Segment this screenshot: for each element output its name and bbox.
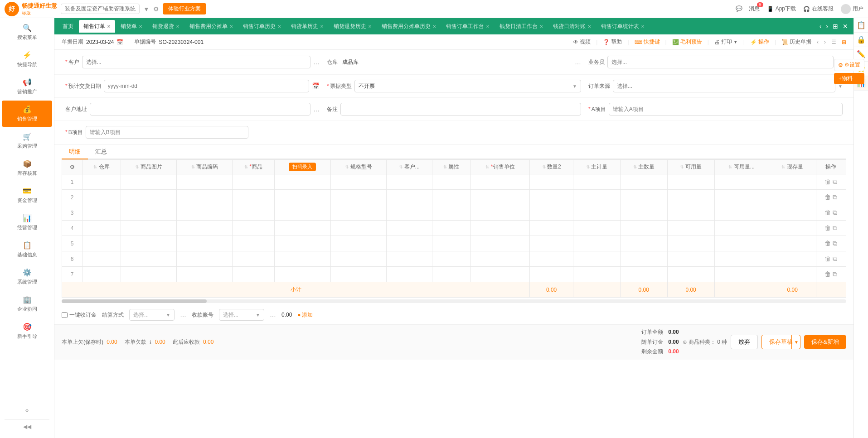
add-payment-btn[interactable]: ● 添加 <box>297 311 312 319</box>
address-input[interactable] <box>90 103 310 116</box>
right-lock-btn[interactable]: 🔒 <box>854 33 868 47</box>
tab-销货单[interactable]: 销货单✕ <box>116 20 147 33</box>
tab-prev-btn[interactable]: ‹ <box>818 22 824 31</box>
online-service-btn[interactable]: 🎧 在线客服 <box>803 5 834 13</box>
tab-close-11[interactable]: ✕ <box>587 24 591 29</box>
sidebar-item-quick-nav[interactable]: ⚡快捷导航 <box>2 46 52 72</box>
tab-close-9[interactable]: ✕ <box>486 24 490 29</box>
add-product-btn[interactable]: +物料 <box>834 73 853 84</box>
operation-btn[interactable]: ⚡ 操作 <box>750 38 769 46</box>
sidebar-item-operation[interactable]: 📊经营管理 <box>2 209 52 236</box>
sort-icon-unit[interactable]: ⇅ <box>485 164 489 169</box>
tab-销货退货历史[interactable]: 销货退货历史✕ <box>329 20 376 33</box>
sort-icon-customer_code[interactable]: ⇅ <box>399 164 402 169</box>
tab-close-7[interactable]: ✕ <box>368 24 372 29</box>
table-scrollbar[interactable] <box>62 299 846 303</box>
print-dropdown-icon[interactable]: ▼ <box>733 39 738 44</box>
sidebar-item-system[interactable]: ⚙️系统管理 <box>2 264 52 290</box>
tab-summary[interactable]: 汇总 <box>88 145 114 159</box>
card-view-icon[interactable]: ⊞ <box>842 39 846 45</box>
tab-close-10[interactable]: ✕ <box>539 24 543 29</box>
user-area[interactable]: 用户 <box>841 4 863 14</box>
sidebar-item-guide[interactable]: 🎯新手引导 <box>2 318 52 344</box>
sort-icon-main_unit[interactable]: ⇅ <box>586 164 590 169</box>
settings-btn[interactable]: ⚙ ⚙设置 <box>834 59 853 71</box>
profit-btn[interactable]: 💹 毛利预告 <box>672 38 702 46</box>
preview-btn[interactable]: 👁 视频 <box>573 38 591 46</box>
calendar-icon[interactable]: 📅 <box>116 39 123 45</box>
warehouse-more-btn[interactable]: … <box>575 58 581 66</box>
pagination-prev[interactable]: ‹ <box>817 39 819 45</box>
list-view-icon[interactable]: ☰ <box>831 39 836 45</box>
app-download-btn[interactable]: 📱 App下载 <box>767 5 796 13</box>
delete-icon-7[interactable]: 🗑 <box>824 270 831 278</box>
delete-icon-5[interactable]: 🗑 <box>824 240 831 247</box>
customer-input[interactable] <box>82 56 310 68</box>
pagination-next[interactable]: › <box>824 39 826 45</box>
payment-method-select[interactable]: 选择... ▼ <box>129 309 175 321</box>
tab-close-8[interactable]: ✕ <box>432 24 436 29</box>
tab-销售订单工作台[interactable]: 销售订单工作台✕ <box>441 20 494 33</box>
current-debt-info-icon[interactable]: ℹ <box>150 340 151 345</box>
tab-销售订单历史[interactable]: 销售订单历史✕ <box>238 20 286 33</box>
payment-method-more[interactable]: … <box>180 311 186 318</box>
b-project-input[interactable] <box>86 126 248 139</box>
copy-icon-2[interactable]: ⧉ <box>833 193 837 201</box>
sidebar-item-search[interactable]: 🔍搜索菜单 <box>2 19 52 45</box>
invoice-select[interactable]: 不开票 ▼ <box>354 80 581 92</box>
delete-icon-2[interactable]: 🗑 <box>824 193 831 201</box>
save-draft-dropdown[interactable]: ▼ <box>791 335 800 349</box>
sidebar-item-inventory[interactable]: 📦库存核算 <box>2 155 52 181</box>
copy-icon-1[interactable]: ⧉ <box>833 178 837 186</box>
address-more-btn[interactable]: … <box>313 106 320 113</box>
delivery-date-input[interactable] <box>104 80 309 92</box>
tab-close-12[interactable]: ✕ <box>641 24 645 29</box>
sort-icon-image[interactable]: ⇅ <box>135 164 139 169</box>
industry-btn[interactable]: 体验行业方案 <box>163 3 206 14</box>
sidebar-item-base-info[interactable]: 📋基础信息 <box>2 236 52 263</box>
customer-more-btn[interactable]: … <box>313 58 320 66</box>
tab-close-4[interactable]: ✕ <box>229 24 233 29</box>
copy-icon-7[interactable]: ⧉ <box>833 270 837 278</box>
th-settings[interactable]: ⚙ <box>62 160 82 174</box>
tab-close-6[interactable]: ✕ <box>320 24 324 29</box>
sort-icon-warehouse[interactable]: ⇅ <box>93 164 97 169</box>
right-clipboard-btn[interactable]: 📋 <box>854 18 868 33</box>
system-dropdown-icon[interactable]: ▼ <box>143 5 150 13</box>
remark-input[interactable] <box>340 103 581 116</box>
tab-销售订单统计表[interactable]: 销售订单统计表✕ <box>596 20 649 33</box>
sort-icon-qty2[interactable]: ⇅ <box>542 164 546 169</box>
tab-more-btn[interactable]: ⊞ <box>831 22 840 31</box>
tab-销售费用分摊单历史[interactable]: 销售费用分摊单历史✕ <box>377 20 441 33</box>
tab-detail[interactable]: 明细 <box>62 145 88 159</box>
tab-销售费用分摊单[interactable]: 销售费用分摊单✕ <box>185 20 238 33</box>
tab-close-3[interactable]: ✕ <box>176 24 179 29</box>
tab-销货单历史[interactable]: 销货单历史✕ <box>286 20 328 33</box>
tab-钱货日清工作台[interactable]: 钱货日清工作台✕ <box>495 20 548 33</box>
system-settings-icon[interactable]: ⚙ <box>153 5 159 13</box>
tab-close-2[interactable]: ✕ <box>139 24 142 29</box>
copy-icon-5[interactable]: ⧉ <box>833 240 837 247</box>
account-more[interactable]: … <box>270 311 276 318</box>
sidebar-item-finance[interactable]: 💳资金管理 <box>2 182 52 208</box>
th-action[interactable]: 操作 <box>816 160 846 174</box>
delete-icon-6[interactable]: 🗑 <box>824 255 831 263</box>
save-new-btn[interactable]: 保存&新增 <box>804 335 846 349</box>
sidebar-item-purchase[interactable]: 🛒采购管理 <box>2 128 52 154</box>
delivery-calendar-icon[interactable]: 📅 <box>312 82 320 90</box>
discard-btn[interactable]: 放弃 <box>731 335 758 349</box>
sort-icon-code[interactable]: ⇅ <box>191 164 195 169</box>
help-btn[interactable]: ❓ 帮助 <box>603 38 622 46</box>
notification-area[interactable]: 💬 9 消息 <box>736 5 759 13</box>
scan-btn[interactable]: 扫码录入 <box>289 163 316 171</box>
order-source-input[interactable] <box>613 80 835 92</box>
tab-钱货日清对账[interactable]: 钱货日清对账✕ <box>548 20 596 33</box>
delete-icon-3[interactable]: 🗑 <box>824 209 831 217</box>
one-click-checkbox[interactable] <box>62 312 68 318</box>
tab-close-5[interactable]: ✕ <box>277 24 281 29</box>
staff-input[interactable] <box>607 56 834 68</box>
tab-首页[interactable]: 首页 <box>58 20 78 33</box>
sidebar-item-sales[interactable]: 💰销售管理 <box>2 101 52 127</box>
print-btn[interactable]: 🖨 打印 ▼ <box>714 38 738 46</box>
history-btn[interactable]: 📜 历史单据 <box>781 38 811 46</box>
